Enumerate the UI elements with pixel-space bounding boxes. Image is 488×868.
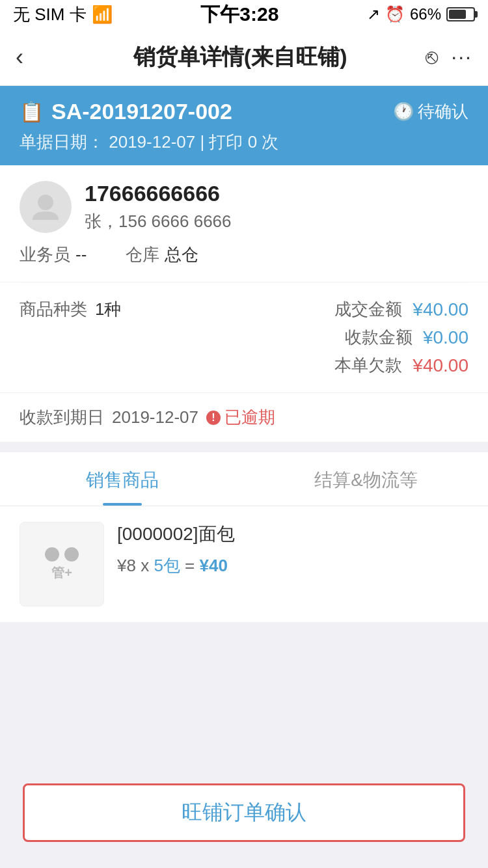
battery-icon xyxy=(446,7,475,21)
status-time: 下午3:28 xyxy=(200,1,278,28)
carrier-text: 无 SIM 卡 xyxy=(13,3,87,26)
order-status-text: 待确认 xyxy=(418,100,468,123)
order-header-banner: 📋 SA-20191207-002 🕐 待确认 单据日期： 2019-12-07… xyxy=(0,86,488,165)
due-label: 收款到期日 xyxy=(20,406,104,429)
customer-section: 17666666666 张，156 6666 6666 业务员 -- 仓库 总仓 xyxy=(0,165,488,282)
owl-eye-right xyxy=(64,547,79,562)
order-icon: 📋 xyxy=(20,100,44,123)
category-info: 商品种类 1种 xyxy=(20,298,121,321)
transaction-label: 成交金额 xyxy=(334,298,402,321)
tab-sales-label: 销售商品 xyxy=(86,470,159,490)
svg-point-0 xyxy=(38,195,53,210)
customer-name: 张，156 6666 6666 xyxy=(85,210,468,233)
order-date: 2019-12-07 xyxy=(109,132,195,152)
customer-phone: 17666666666 xyxy=(85,181,468,206)
tab-sales-product[interactable]: 销售商品 xyxy=(0,452,244,506)
tab-settlement-label: 结算&物流等 xyxy=(314,470,418,490)
overdue-badge: ! 已逾期 xyxy=(206,406,275,429)
transaction-row: 成交金额 ¥40.00 xyxy=(334,298,468,321)
status-right: ↗ ⏰ 66% xyxy=(367,5,475,23)
customer-meta: 业务员 -- 仓库 总仓 xyxy=(20,243,468,266)
price-qty: 5包 xyxy=(154,556,180,575)
nav-right-actions: ⎋ ··· xyxy=(426,45,472,69)
status-bar: 无 SIM 卡 📶 下午3:28 ↗ ⏰ 66% xyxy=(0,0,488,29)
price-equals: = xyxy=(180,556,200,575)
sales-value: -- xyxy=(75,245,87,265)
warehouse-value: 总仓 xyxy=(165,243,198,266)
tab-bar: 销售商品 结算&物流等 xyxy=(0,452,488,506)
owl-label: 管+ xyxy=(51,564,72,582)
warehouse-meta: 仓库 总仓 xyxy=(126,243,198,266)
product-info: [0000002]面包 ¥8 x 5包 = ¥40 xyxy=(117,522,468,606)
product-item: 管+ [0000002]面包 ¥8 x 5包 = ¥40 xyxy=(0,506,488,622)
overdue-icon: ! xyxy=(206,411,221,425)
order-id: 📋 SA-20191207-002 xyxy=(20,99,232,124)
overdue-text: 已逾期 xyxy=(224,406,275,429)
owed-row: 本单欠款 ¥40.00 xyxy=(334,354,468,377)
order-id-row: 📋 SA-20191207-002 🕐 待确认 xyxy=(20,99,468,124)
price-base: ¥8 x xyxy=(117,556,154,575)
sales-meta: 业务员 -- xyxy=(20,243,87,266)
order-id-text: SA-20191207-002 xyxy=(51,99,232,124)
product-price: ¥8 x 5包 = ¥40 xyxy=(117,554,468,577)
section-gap-1 xyxy=(0,442,488,452)
tab-settlement[interactable]: 结算&物流等 xyxy=(244,452,488,506)
confirm-button-label: 旺铺订单确认 xyxy=(182,798,306,827)
due-date: 2019-12-07 xyxy=(112,407,198,427)
wifi-icon: 📶 xyxy=(92,5,113,25)
nav-bar: ‹ 销货单详情(来自旺铺) ⎋ ··· xyxy=(0,29,488,86)
confirm-button[interactable]: 旺铺订单确认 xyxy=(23,783,465,842)
customer-info: 17666666666 张，156 6666 6666 xyxy=(85,181,468,233)
battery-percent: 66% xyxy=(410,5,441,23)
back-button[interactable]: ‹ xyxy=(16,44,55,71)
order-date-row: 单据日期： 2019-12-07 | 打印 0 次 xyxy=(20,131,468,154)
avatar xyxy=(20,181,72,233)
alarm-icon: ⏰ xyxy=(385,5,405,23)
received-value: ¥0.00 xyxy=(423,327,468,348)
received-label: 收款金额 xyxy=(345,326,413,349)
warehouse-label: 仓库 xyxy=(126,243,159,266)
product-name: [0000002]面包 xyxy=(117,522,468,547)
received-row: 收款金额 ¥0.00 xyxy=(345,326,468,349)
amount-summary: 成交金额 ¥40.00 收款金额 ¥0.00 本单欠款 ¥40.00 xyxy=(334,298,468,377)
battery-fill xyxy=(449,10,466,19)
customer-row: 17666666666 张，156 6666 6666 xyxy=(20,181,468,233)
share-button[interactable]: ⎋ xyxy=(426,45,438,69)
category-label: 商品种类 xyxy=(20,298,87,321)
owl-eyes xyxy=(45,547,79,562)
tab-section: 销售商品 结算&物流等 管+ [0000002]面包 ¥8 x 5包 = ¥40 xyxy=(0,452,488,622)
category-value: 1种 xyxy=(95,298,121,321)
clock-icon: 🕐 xyxy=(393,102,414,122)
avatar-icon xyxy=(29,191,62,223)
confirm-button-wrapper: 旺铺订单确认 xyxy=(23,783,465,842)
print-count: | 打印 0 次 xyxy=(200,132,278,152)
owed-value: ¥40.00 xyxy=(413,355,468,376)
summary-section: 商品种类 1种 成交金额 ¥40.00 收款金额 ¥0.00 本单欠款 ¥40.… xyxy=(0,282,488,392)
product-image: 管+ xyxy=(20,522,104,606)
status-carrier: 无 SIM 卡 📶 xyxy=(13,3,113,26)
due-date-section: 收款到期日 2019-12-07 ! 已逾期 xyxy=(0,392,488,442)
transaction-value: ¥40.00 xyxy=(413,299,468,320)
more-button[interactable]: ··· xyxy=(451,45,472,69)
page-title: 销货单详情(来自旺铺) xyxy=(133,42,347,72)
owed-label: 本单欠款 xyxy=(334,354,402,377)
date-label: 单据日期： xyxy=(20,132,104,152)
product-image-inner: 管+ xyxy=(45,547,79,582)
location-icon: ↗ xyxy=(367,5,380,23)
sales-label: 业务员 xyxy=(20,243,70,266)
order-status: 🕐 待确认 xyxy=(393,100,468,123)
price-total: ¥40 xyxy=(199,556,227,575)
owl-eye-left xyxy=(45,547,59,562)
